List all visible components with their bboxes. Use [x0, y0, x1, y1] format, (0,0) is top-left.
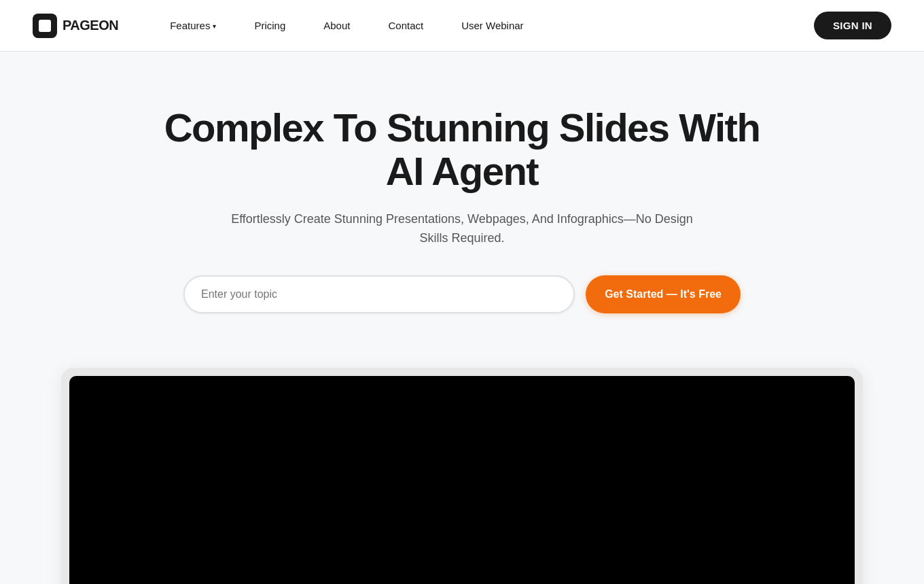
logo-inner-square	[39, 20, 51, 32]
nav-link-about-label: About	[323, 20, 350, 31]
logo-text: PAGEON	[63, 18, 118, 33]
logo-icon	[33, 14, 57, 38]
nav-link-contact[interactable]: Contact	[369, 0, 442, 52]
hero-subtitle: Effortlessly Create Stunning Presentatio…	[231, 209, 693, 249]
nav-link-pricing-label: Pricing	[254, 20, 285, 31]
hero-title: Complex To Stunning Slides With AI Agent	[156, 106, 768, 193]
sign-in-button[interactable]: SIGN IN	[814, 12, 891, 39]
nav-link-features[interactable]: Features ▾	[151, 0, 235, 52]
topic-input[interactable]	[183, 275, 575, 313]
nav-links: Features ▾ Pricing About Contact User We…	[151, 0, 814, 52]
hero-section: Complex To Stunning Slides With AI Agent…	[0, 52, 924, 341]
nav-link-user-webinar-label: User Webinar	[461, 20, 523, 31]
navbar: PAGEON Features ▾ Pricing About Contact …	[0, 0, 924, 52]
hero-input-row: Get Started — It's Free	[183, 275, 741, 313]
nav-link-contact-label: Contact	[388, 20, 423, 31]
features-chevron-down-icon: ▾	[213, 22, 216, 30]
nav-link-user-webinar[interactable]: User Webinar	[442, 0, 542, 52]
nav-link-about[interactable]: About	[304, 0, 369, 52]
nav-link-features-label: Features	[170, 20, 210, 31]
nav-link-pricing[interactable]: Pricing	[235, 0, 304, 52]
video-player[interactable]	[69, 376, 855, 584]
get-started-button[interactable]: Get Started — It's Free	[586, 275, 741, 313]
video-container	[61, 368, 863, 584]
logo[interactable]: PAGEON	[33, 14, 118, 38]
video-section	[0, 341, 924, 584]
